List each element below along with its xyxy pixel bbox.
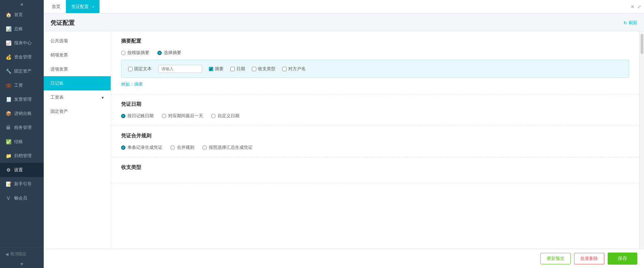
- summary-template-option[interactable]: 按模版摘要: [121, 50, 149, 56]
- counterparty-checkbox-label[interactable]: 对方户名: [282, 66, 306, 72]
- refresh-icon: ↻: [623, 20, 627, 26]
- summary-checkbox[interactable]: [209, 67, 213, 71]
- home-icon: 🏠: [5, 12, 11, 18]
- left-nav-label: 工资表: [50, 94, 64, 100]
- sidebar-label-checkout: 结账: [14, 139, 23, 145]
- left-nav-item-进项发票[interactable]: 进项发票: [44, 62, 111, 76]
- summary-select-option[interactable]: 选择摘要: [157, 50, 181, 56]
- merge-rules-radio-group: 单条记录生成凭证 合并规则 按照选择汇总生成凭证: [121, 144, 629, 150]
- summary-config-section: 摘要配置 按模版摘要 选择摘要 固定文本: [111, 31, 639, 94]
- single-record-radio[interactable]: [121, 145, 125, 150]
- tax-icon: 🏛: [5, 125, 11, 131]
- date-checkbox[interactable]: [230, 67, 235, 71]
- sidebar-item-home[interactable]: 🏠首页: [0, 8, 44, 22]
- page-title: 凭证配置: [50, 19, 75, 27]
- tab-close-icon[interactable]: ×: [92, 5, 94, 9]
- sidebar-item-tax[interactable]: 🏛税务管理: [0, 121, 44, 135]
- checkout-icon: ✅: [5, 139, 11, 145]
- voucher-date-radio-group: 按日记账日期 对应期间最后一天 自定义日期: [121, 113, 629, 119]
- aggregate-radio[interactable]: [202, 145, 207, 150]
- sidebar-label-funds: 资金管理: [14, 54, 32, 60]
- left-nav-label: 固定资产: [50, 108, 68, 115]
- period-last-day-radio[interactable]: [162, 114, 166, 118]
- period-last-day-option[interactable]: 对应期间最后一天: [162, 113, 203, 119]
- custom-date-option[interactable]: 自定义日期: [211, 113, 239, 119]
- aggregate-option[interactable]: 按照选择汇总生成凭证: [202, 144, 253, 150]
- single-record-option[interactable]: 单条记录生成凭证: [121, 144, 162, 150]
- unpin-icon: ◀: [5, 252, 8, 257]
- scrollbar-thumb[interactable]: [641, 34, 643, 54]
- sidebar-item-settings[interactable]: ⚙设置: [0, 163, 44, 177]
- date-checkbox-label[interactable]: 日期: [230, 66, 245, 72]
- voucher-date-section: 凭证日期 按日记账日期 对应期间最后一天 自定义日期: [111, 94, 639, 126]
- journal-date-radio[interactable]: [121, 114, 125, 118]
- sidebar-item-guide[interactable]: 📝新手引导: [0, 177, 44, 191]
- left-nav: 公共选项销项发票进项发票日记账工资表▾固定资产: [44, 31, 111, 249]
- summary-box: 固定文本 摘要 日期 收支类型: [121, 60, 629, 78]
- fixed-text-checkbox-label[interactable]: 固定文本: [128, 66, 152, 72]
- tab-bar-actions: ✕ ⤢: [631, 4, 641, 9]
- left-nav-item-日记账[interactable]: 日记账: [44, 76, 111, 90]
- tab-label: 首页: [52, 4, 61, 10]
- sidebar-scroll-up[interactable]: ▲: [0, 0, 44, 8]
- sidebar-item-archive[interactable]: 📁归档管理: [0, 149, 44, 163]
- journal-date-option[interactable]: 按日记账日期: [121, 113, 154, 119]
- tab-首页[interactable]: 首页: [46, 0, 66, 13]
- close-window-icon[interactable]: ✕: [631, 4, 635, 9]
- left-nav-item-公共选项[interactable]: 公共选项: [44, 34, 111, 48]
- summary-radio-group: 按模版摘要 选择摘要: [121, 50, 629, 56]
- summary-template-radio[interactable]: [121, 51, 125, 55]
- sidebar-item-assets[interactable]: 🔧固定资产: [0, 64, 44, 78]
- left-nav-item-工资表[interactable]: 工资表▾: [44, 90, 111, 104]
- expand-window-icon[interactable]: ⤢: [637, 4, 641, 9]
- sidebar-item-vip[interactable]: V畅会员: [0, 191, 44, 205]
- merge-rules-title: 凭证合并规则: [121, 133, 629, 139]
- sidebar-label-vip: 畅会员: [14, 195, 27, 201]
- left-nav-item-销项发票[interactable]: 销项发票: [44, 48, 111, 62]
- refresh-button[interactable]: ↻ 刷新: [623, 20, 637, 26]
- tab-label: 凭证配置: [71, 4, 89, 10]
- sidebar-item-salary[interactable]: 💼工资: [0, 78, 44, 92]
- sidebar-item-funds[interactable]: 💰资金管理: [0, 50, 44, 64]
- sidebar-label-archive: 归档管理: [14, 153, 32, 159]
- settings-icon: ⚙: [5, 167, 11, 173]
- assets-icon: 🔧: [5, 68, 11, 74]
- merge-rule-option[interactable]: 合并规则: [171, 144, 194, 150]
- fixed-text-input[interactable]: [158, 65, 202, 73]
- left-nav-label: 进项发票: [50, 66, 68, 72]
- income-expense-title: 收支类型: [121, 164, 629, 171]
- left-nav-item-固定资产[interactable]: 固定资产: [44, 104, 111, 119]
- sidebar-item-stock[interactable]: 📦进销台账: [0, 106, 44, 121]
- batch-delete-button[interactable]: 批量删除: [574, 253, 604, 264]
- custom-date-radio[interactable]: [211, 114, 216, 118]
- footer-bar: 更新预览 批量删除 保存: [44, 249, 644, 268]
- reports-icon: 📈: [5, 40, 11, 46]
- sidebar-label-invoice: 发票管理: [14, 96, 32, 102]
- summary-checkbox-label[interactable]: 摘要: [209, 66, 224, 72]
- merge-rule-radio[interactable]: [171, 145, 175, 150]
- sidebar-item-reports[interactable]: 📈报表中心: [0, 36, 44, 50]
- sidebar-unpin-button[interactable]: ◀ 取消固定: [0, 248, 44, 260]
- archive-icon: 📁: [5, 153, 11, 159]
- income-type-checkbox[interactable]: [252, 67, 256, 71]
- summary-config-title: 摘要配置: [121, 38, 629, 44]
- fixed-text-checkbox[interactable]: [128, 67, 132, 71]
- inner-content: 公共选项销项发票进项发票日记账工资表▾固定资产 摘要配置 按模版摘要 选择摘要: [44, 31, 644, 249]
- counterparty-checkbox[interactable]: [282, 67, 287, 71]
- update-preview-button[interactable]: 更新预览: [540, 253, 571, 264]
- stock-icon: 📦: [5, 110, 11, 117]
- sidebar-label-ledger: 总账: [14, 26, 23, 32]
- right-scrollbar: [639, 31, 644, 249]
- left-nav-label: 销项发票: [50, 52, 68, 58]
- ledger-icon: 📊: [5, 26, 11, 32]
- sidebar-label-guide: 新手引导: [14, 181, 32, 187]
- income-type-checkbox-label[interactable]: 收支类型: [252, 66, 275, 72]
- sidebar-item-ledger[interactable]: 📊总账: [0, 22, 44, 36]
- save-button[interactable]: 保存: [608, 253, 637, 265]
- sidebar-item-checkout[interactable]: ✅结账: [0, 135, 44, 149]
- sidebar-scroll-down[interactable]: ▼: [0, 260, 44, 268]
- summary-select-radio[interactable]: [157, 51, 162, 55]
- merge-rules-section: 凭证合并规则 单条记录生成凭证 合并规则 按照选择汇总生成凭证: [111, 126, 639, 158]
- sidebar-item-invoice[interactable]: 🧾发票管理: [0, 92, 44, 106]
- tab-凭证配置[interactable]: 凭证配置×: [66, 0, 100, 13]
